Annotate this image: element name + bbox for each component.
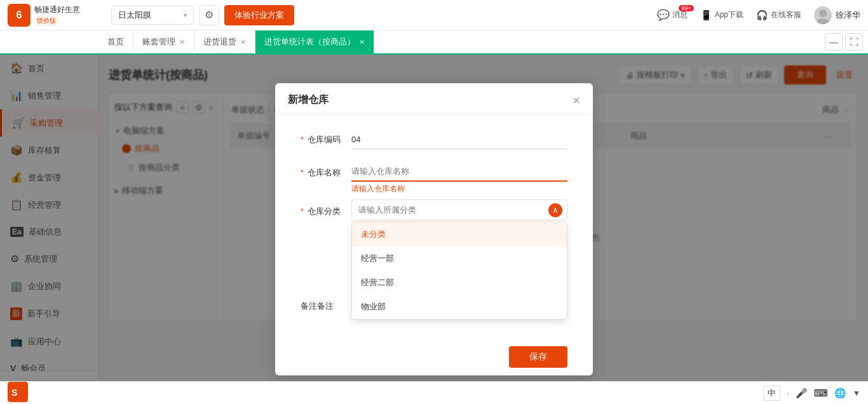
input-method-chinese[interactable]: 中 (763, 386, 780, 401)
form-label-name: * 仓库名称 (301, 162, 351, 178)
category-select-wrap: ∧ (351, 199, 567, 220)
settings-btn[interactable]: ⚙ (199, 5, 219, 25)
svg-point-0 (819, 10, 827, 17)
punctuation-icon: · (787, 388, 789, 398)
store-name: 日太阳膜 (118, 10, 151, 21)
tab-purchase-stat[interactable]: 进货单统计表（按商品） ✕ (255, 30, 374, 54)
tab-purchase-return-label: 进货退货 (203, 36, 236, 48)
logo-area: 6 畅捷通好生意 惜价版 (8, 4, 106, 27)
form-row-code: * 仓库编码 (301, 130, 567, 149)
customer-service-btn[interactable]: 🎧 在线客服 (756, 10, 801, 21)
tab-home[interactable]: 首页 (98, 30, 133, 54)
form-control-name: 请输入仓库名称 (351, 162, 567, 194)
modal-body: * 仓库编码 * 仓库名称 请输入仓库名称 (275, 115, 593, 339)
form-label-remark: 备注备注 (301, 300, 351, 312)
message-icon: 💬 (657, 9, 670, 21)
modal-header: 新增仓库 × (275, 83, 593, 115)
tab-account[interactable]: 账套管理 ✕ (133, 30, 194, 54)
tab-account-close[interactable]: ✕ (179, 38, 185, 46)
form-row-category: * 仓库分类 ∧ 未分类 经营一部 经营二部 物业部 (301, 199, 567, 220)
modal: 新增仓库 × * 仓库编码 * (275, 83, 593, 375)
user-area[interactable]: 徐泽华 (814, 6, 860, 24)
top-header: 6 畅捷通好生意 惜价版 日太阳膜 ▾ ⚙ 体验行业方案 💬 99+ 消息 📱 … (0, 0, 868, 30)
modal-overlay[interactable]: 新增仓库 × * 仓库编码 * (0, 55, 868, 404)
modal-title: 新增仓库 (288, 93, 329, 107)
category-dropdown: 未分类 经营一部 经营二部 物业部 (351, 222, 567, 320)
required-star-name: * (301, 168, 304, 177)
svg-text:S: S (11, 387, 17, 398)
headset-icon: 🎧 (756, 10, 768, 21)
dropdown-item-property[interactable]: 物业部 (352, 295, 567, 319)
tab-account-label: 账套管理 (142, 36, 175, 48)
messages-btn[interactable]: 💬 99+ 消息 (657, 9, 688, 21)
mic-icon[interactable]: 🎤 (796, 387, 808, 399)
tab-bar: 首页 账套管理 ✕ 进货退货 ✕ 进货单统计表（按商品） ✕ — ⛶ (0, 30, 868, 55)
name-error-msg: 请输入仓库名称 (351, 184, 567, 194)
trial-btn[interactable]: 体验行业方案 (224, 5, 294, 25)
store-selector[interactable]: 日太阳膜 ▾ (111, 6, 194, 25)
message-badge: 99+ (679, 5, 693, 11)
main-layout: 🏠 首页 📊 销售管理 🛒 采购管理 📦 库存核算 💰 资金管理 📋 经 (0, 55, 868, 404)
store-arrow-icon: ▾ (184, 11, 187, 18)
tab-purchase-stat-label: 进货单统计表（按商品） (264, 36, 355, 48)
app-download-label: App下载 (715, 10, 743, 20)
bottom-bar: S 中 · 🎤 ⌨ 🌐 ▼ (0, 381, 868, 404)
svg-rect-2 (8, 382, 28, 402)
required-star-category: * (301, 206, 304, 216)
modal-close-btn[interactable]: × (573, 94, 580, 107)
warehouse-code-input[interactable] (351, 130, 567, 149)
dropdown-item-dept1[interactable]: 经营一部 (352, 246, 567, 271)
tab-purchase-stat-close[interactable]: ✕ (359, 38, 365, 46)
header-right: 💬 99+ 消息 📱 App下载 🎧 在线客服 徐泽华 (657, 6, 860, 24)
app-icon: 📱 (700, 10, 712, 21)
tab-bar-end: — ⛶ (825, 33, 863, 51)
modal-footer: 保存 (275, 339, 593, 375)
form-row-name: * 仓库名称 请输入仓库名称 (301, 162, 567, 194)
logo-icon: 6 (8, 4, 31, 27)
customer-service-label: 在线客服 (771, 10, 801, 20)
category-toggle-icon[interactable]: ∧ (548, 203, 562, 217)
avatar (814, 6, 832, 24)
required-star-code: * (301, 135, 304, 144)
globe-icon[interactable]: 🌐 (834, 387, 846, 399)
form-control-category: ∧ 未分类 经营一部 经营二部 物业部 (351, 199, 567, 220)
form-label-code: * 仓库编码 (301, 134, 351, 145)
svg-point-1 (817, 18, 829, 24)
form-label-category: * 仓库分类 (301, 199, 351, 217)
category-input[interactable] (351, 199, 567, 220)
dropdown-item-dept2[interactable]: 经营二部 (352, 271, 567, 295)
sougou-logo: S (8, 382, 28, 404)
username: 徐泽华 (836, 10, 860, 21)
logo-text: 畅捷通好生意 (34, 4, 80, 15)
tab-expand-btn[interactable]: ⛶ (845, 33, 863, 51)
dropdown-item-uncategorized[interactable]: 未分类 (352, 222, 567, 246)
tab-minimize-btn[interactable]: — (825, 33, 843, 51)
save-btn[interactable]: 保存 (509, 346, 567, 368)
tab-purchase-return[interactable]: 进货退货 ✕ (194, 30, 255, 54)
dropdown-arrow-icon[interactable]: ▼ (853, 389, 860, 398)
tab-home-label: 首页 (107, 36, 124, 48)
logo-badge: 惜价版 (34, 16, 58, 26)
form-control-code (351, 130, 567, 149)
warehouse-name-input[interactable] (351, 162, 567, 182)
keyboard-icon[interactable]: ⌨ (814, 387, 828, 399)
tab-purchase-return-close[interactable]: ✕ (240, 38, 246, 46)
app-download-btn[interactable]: 📱 App下载 (700, 10, 743, 21)
